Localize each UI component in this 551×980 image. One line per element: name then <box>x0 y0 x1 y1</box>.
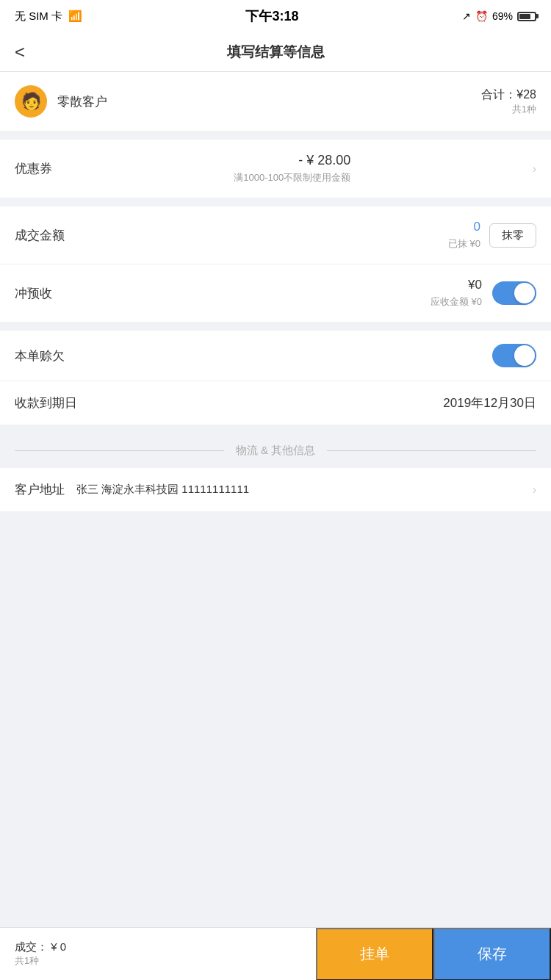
coupon-right: - ¥ 28.00 满1000-100不限制使用金额 <box>234 153 350 184</box>
bottom-deal-value: ¥ 0 <box>51 940 66 953</box>
customer-right: 合计：¥28 共1种 <box>481 87 536 116</box>
due-date-label: 收款到期日 <box>15 394 77 411</box>
hold-button[interactable]: 挂单 <box>316 928 433 981</box>
customer-name: 零散客户 <box>57 93 107 110</box>
coupon-row[interactable]: 优惠券 - ¥ 28.00 满1000-100不限制使用金额 › <box>0 140 551 198</box>
deal-amount-label: 成交金额 <box>15 227 65 244</box>
status-left: 无 SIM 卡 📶 <box>15 10 82 24</box>
deferred-label: 本单赊欠 <box>15 347 65 364</box>
customer-left: 🧑 零散客户 <box>15 85 107 118</box>
carrier-text: 无 SIM 卡 <box>15 10 62 24</box>
status-time: 下午3:18 <box>245 7 298 25</box>
deal-amount-row: 成交金额 0 已抹 ¥0 抹零 <box>0 206 551 264</box>
divider-left <box>15 450 224 451</box>
alarm-icon: ⏰ <box>475 10 488 22</box>
avatar-icon: 🧑 <box>21 92 41 111</box>
customer-section: 🧑 零散客户 合计：¥28 共1种 <box>0 72 551 131</box>
coupon-value: - ¥ 28.00 <box>234 153 350 168</box>
bottom-bar: 成交： ¥ 0 共1种 挂单 保存 <box>0 927 551 980</box>
deferred-row: 本单赊欠 <box>0 331 551 381</box>
deal-amount-right: 0 已抹 ¥0 抹零 <box>448 220 536 251</box>
battery-icon <box>517 12 536 21</box>
prepayment-row: 冲预收 ¥0 应收金额 ¥0 <box>0 264 551 322</box>
divider-right <box>327 450 536 451</box>
deal-section: 成交金额 0 已抹 ¥0 抹零 冲预收 ¥0 应收金额 ¥0 <box>0 206 551 322</box>
bottom-info: 成交： ¥ 0 共1种 <box>0 940 316 968</box>
logistics-title: 物流 & 其他信息 <box>236 444 315 458</box>
content: 🧑 零散客户 合计：¥28 共1种 优惠券 - ¥ 28.00 满1000-10… <box>0 72 551 579</box>
toggle-knob <box>514 283 535 303</box>
save-button[interactable]: 保存 <box>433 928 551 981</box>
address-chevron-icon: › <box>533 483 536 497</box>
status-right: ↗ ⏰ 69% <box>462 10 536 22</box>
prepayment-toggle[interactable] <box>492 281 536 305</box>
prepayment-label: 冲预收 <box>15 285 52 302</box>
address-row[interactable]: 客户地址 张三 海淀永丰科技园 11111111111 › <box>0 468 551 511</box>
coupon-label: 优惠券 <box>15 160 52 177</box>
due-date-value: 2019年12月30日 <box>443 394 536 411</box>
item-count: 共1种 <box>481 103 536 116</box>
chevron-icon: › <box>533 162 536 176</box>
battery-percent: 69% <box>492 10 513 22</box>
address-label: 客户地址 <box>15 481 65 498</box>
nav-bar: < 填写结算等信息 <box>0 32 551 72</box>
coupon-section: 优惠券 - ¥ 28.00 满1000-100不限制使用金额 › <box>0 140 551 198</box>
prepayment-sub: 应收金额 ¥0 <box>431 295 482 309</box>
status-bar: 无 SIM 卡 📶 下午3:18 ↗ ⏰ 69% <box>0 0 551 32</box>
prepayment-value: ¥0 <box>431 278 482 292</box>
deal-amount-sub: 已抹 ¥0 <box>448 237 480 251</box>
deferred-section: 本单赊欠 收款到期日 2019年12月30日 <box>0 331 551 425</box>
due-date-row: 收款到期日 2019年12月30日 <box>0 381 551 425</box>
location-icon: ↗ <box>462 10 471 22</box>
bottom-count: 共1种 <box>15 954 301 968</box>
address-section: 客户地址 张三 海淀永丰科技园 11111111111 › <box>0 468 551 511</box>
total-amount: 合计：¥28 <box>481 87 536 103</box>
round-zero-button[interactable]: 抹零 <box>489 223 536 248</box>
logistics-header: 物流 & 其他信息 <box>0 433 551 468</box>
address-value: 张三 海淀永丰科技园 11111111111 <box>76 483 521 497</box>
wifi-icon: 📶 <box>68 10 82 23</box>
page-title: 填写结算等信息 <box>227 43 325 62</box>
coupon-sub: 满1000-100不限制使用金额 <box>234 171 350 184</box>
back-button[interactable]: < <box>15 42 25 62</box>
deal-amount-value: 0 <box>448 220 480 234</box>
deferred-toggle-knob <box>514 345 535 366</box>
deferred-toggle[interactable] <box>492 344 536 367</box>
prepayment-right: ¥0 应收金额 ¥0 <box>431 278 536 309</box>
bottom-deal: 成交： ¥ 0 <box>15 940 301 954</box>
bottom-deal-label: 成交： <box>15 940 48 953</box>
avatar: 🧑 <box>15 85 47 118</box>
